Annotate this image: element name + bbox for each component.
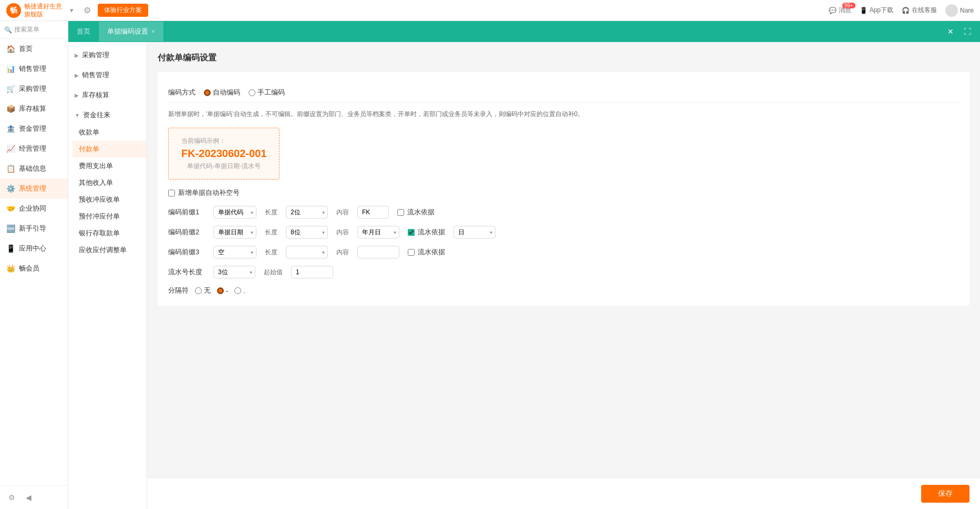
separator-none-radio[interactable] [195,287,202,294]
industry-btn[interactable]: 体验行业方案 [98,4,148,17]
nav-item-prepay-receipt[interactable]: 预收冲应收单 [73,191,147,208]
prefix2-select[interactable]: 单据日期 单据代码 空 [213,226,256,238]
prefix2-serial-period-wrapper: 日 月 年 ▾ [453,226,496,238]
auto-fill-label[interactable]: 新增单据自动补空号 [178,188,240,198]
prefix2-row: 编码前缀2 单据日期 单据代码 空 ▾ 长度 [168,226,959,238]
coding-method-row: 编码方式 自动编码 手工编码 [168,82,959,103]
sidebar-item-operations[interactable]: 📈经营管理 [0,139,68,159]
prefix3-select[interactable]: 空 单据代码 单据日期 [213,246,256,258]
top-bar: 畅 畅捷通好生意 旗舰版 ▾ ⚙ 体验行业方案 💬 消息 99+ 📱 App下载… [0,0,980,21]
prefix2-serial-group: 流水依据 [408,227,445,237]
nav-section-inventory-header[interactable]: ▶ 库存核算 [68,86,147,104]
sidebar-search[interactable]: 🔍 搜索菜单 [0,21,68,39]
sidebar-item-basic[interactable]: 📋基础信息 [0,159,68,179]
separator-dash-option[interactable]: - [217,287,228,295]
nav-section-capital: ▼ 资金往来 收款单 付款单 费用支出单 其他收入单 预收冲应收单 预付冲应付单… [68,106,147,258]
prefix1-serial-checkbox[interactable] [397,209,404,216]
sidebar-item-apps[interactable]: 📱应用中心 [0,238,68,258]
tab-current[interactable]: 单据编码设置 × [99,22,163,41]
nav-item-receipt[interactable]: 收款单 [73,124,147,141]
separator-dot-option[interactable]: . [234,287,245,295]
collapse-icon[interactable]: ◀ [21,490,36,505]
page-content: 付款单编码设置 编码方式 自动编码 [147,42,980,477]
nav-section-capital-header[interactable]: ▼ 资金往来 [68,106,147,124]
serial-length-label: 流水号长度 [168,267,205,277]
nav-section-purchase-header[interactable]: ▶ 采购管理 [68,46,147,64]
tab-close-btn[interactable]: × [151,28,155,35]
sidebar-item-inventory[interactable]: 📦库存核算 [0,99,68,119]
message-badge: 99+ [842,3,855,8]
system-icon: ⚙️ [6,184,15,193]
settings-icon[interactable]: ⚙ [81,4,94,17]
prefix3-row: 编码前缀3 空 单据代码 单据日期 ▾ 长度 [168,246,959,258]
auto-code-radio[interactable] [204,89,211,96]
example-code: FK-20230602-001 [181,148,266,160]
tab-home[interactable]: 首页 [68,22,99,41]
auto-fill-checkbox[interactable] [168,190,175,196]
tab-bar-actions: ✕ ⛶ [944,25,980,38]
sidebar-item-finance[interactable]: 🏦资金管理 [0,119,68,139]
nav-section-purchase: ▶ 采购管理 [68,46,147,64]
separator-none-option[interactable]: 无 [195,286,211,295]
tab-close-window-btn[interactable]: ✕ [944,25,957,38]
prefix1-label: 编码前缀1 [168,207,205,217]
sidebar-item-member[interactable]: 👑畅会员 [0,258,68,278]
nav-section-inventory: ▶ 库存核算 [68,86,147,104]
nav-item-prepay-pay[interactable]: 预付冲应付单 [73,208,147,225]
settings-bottom-icon[interactable]: ⚙ [4,490,19,505]
serial-length-select-wrapper: 3位 4位 5位 ▾ [213,266,255,278]
coding-method-label: 编码方式 [168,88,195,97]
sidebar-item-enterprise[interactable]: 🤝企业协同 [0,199,68,219]
sidebar-item-guide[interactable]: 🆕新手引导 [0,219,68,238]
prefix2-serial-checkbox[interactable] [408,229,415,236]
nav-section-sales: ▶ 销售管理 [68,66,147,84]
manual-code-radio[interactable] [249,89,255,96]
nav-section-sales-header[interactable]: ▶ 销售管理 [68,66,147,84]
prefix3-serial-checkbox[interactable] [408,249,415,256]
dropdown-btn[interactable]: ▾ [66,6,77,14]
prefix2-serial-period-select[interactable]: 日 月 年 [453,226,496,238]
example-box: 当前编码示例： FK-20230602-001 单据代码-单据日期-流水号 [168,128,280,180]
sidebar-item-purchase[interactable]: 🛒采购管理 [0,79,68,99]
prefix1-select[interactable]: 单据代码 单据日期 空 [213,206,256,219]
nav-item-payment[interactable]: 付款单 [73,141,147,158]
prefix1-select-wrapper: 单据代码 单据日期 空 ▾ [213,206,256,219]
prefix2-length-select[interactable]: 8位 [286,226,328,238]
nav-item-other-income[interactable]: 其他收入单 [73,174,147,191]
start-value-label: 起始值 [264,268,283,277]
download-btn[interactable]: 📱 App下载 [860,6,893,15]
logo-text: 畅捷通好生意 旗舰版 [24,3,62,18]
prefix3-serial-label: 流水依据 [418,247,445,257]
settings-card: 编码方式 自动编码 手工编码 [158,72,969,306]
sidebar-item-home[interactable]: 🏠首页 [0,39,68,59]
manual-code-option[interactable]: 手工编码 [249,88,285,97]
apps-icon: 📱 [6,244,15,253]
prefix3-content-input[interactable] [357,246,399,258]
nav-item-expense[interactable]: 费用支出单 [73,158,147,174]
auto-code-option[interactable]: 自动编码 [204,88,240,97]
start-value-input[interactable] [291,266,333,278]
serial-length-select[interactable]: 3位 4位 5位 [213,266,255,278]
prefix2-serial-label: 流水依据 [418,227,445,237]
prefix3-length-select[interactable] [286,246,328,258]
sidebar-item-sales[interactable]: 📊销售管理 [0,59,68,79]
separator-dash-radio[interactable] [217,287,224,294]
operations-icon: 📈 [6,144,15,153]
second-nav: ▶ 采购管理 ▶ 销售管理 ▶ 库存核算 [68,42,147,509]
nav-item-adjust[interactable]: 应收应付调整单 [73,242,147,258]
service-btn[interactable]: 🎧 在线客服 [902,6,937,15]
separator-row: 分隔符 无 - [168,286,959,295]
prefix2-content-label: 内容 [336,228,349,237]
message-btn[interactable]: 💬 消息 99+ [829,6,851,15]
home-icon: 🏠 [6,45,15,53]
prefix1-content-input[interactable] [357,206,389,219]
prefix2-content-select[interactable]: 年月日 年月 年 [357,226,399,238]
guide-icon: 🆕 [6,224,15,233]
save-button[interactable]: 保存 [921,485,969,503]
tab-bar: 首页 单据编码设置 × ✕ ⛶ [68,21,980,42]
nav-item-bank[interactable]: 银行存取款单 [73,225,147,242]
tab-maximize-btn[interactable]: ⛶ [961,25,974,38]
prefix1-length-select[interactable]: 2位 [286,206,328,219]
separator-dot-radio[interactable] [234,287,241,294]
sidebar-item-system[interactable]: ⚙️系统管理 [0,179,68,199]
